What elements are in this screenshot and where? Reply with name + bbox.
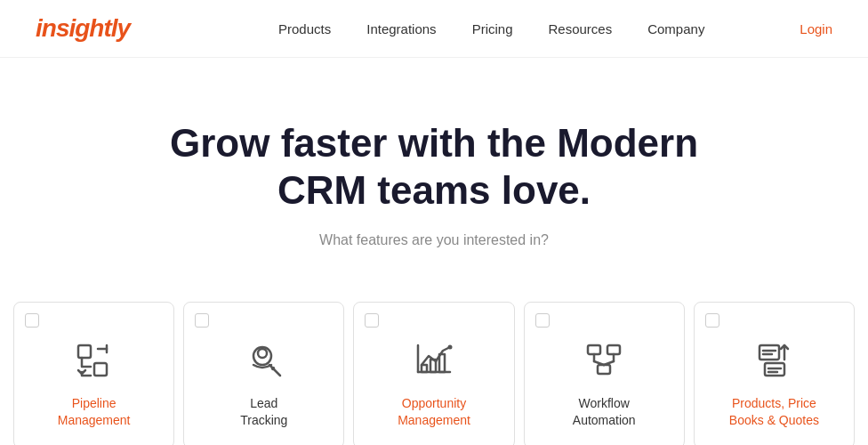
svg-rect-14	[607, 345, 620, 354]
header: insightly ProductsIntegrationsPricingRes…	[0, 0, 868, 58]
feature-card-label-products: Products, PriceBooks & Quotes	[709, 395, 840, 430]
nav-item-pricing[interactable]: Pricing	[472, 21, 513, 36]
workflow-icon	[539, 338, 670, 381]
feature-card-lead-tracking[interactable]: LeadTracking	[183, 302, 344, 445]
pipeline-icon	[28, 338, 159, 381]
card-checkbox-lead[interactable]	[195, 313, 209, 328]
card-checkbox-products[interactable]	[705, 313, 719, 328]
main-nav: ProductsIntegrationsPricingResourcesComp…	[183, 21, 800, 36]
products-icon	[709, 338, 840, 381]
feature-card-opportunity-management[interactable]: OpportunityManagement	[353, 302, 514, 445]
nav-item-integrations[interactable]: Integrations	[366, 21, 436, 36]
hero-subheading: What features are you interested in?	[18, 232, 850, 248]
svg-point-6	[272, 368, 274, 369]
svg-rect-20	[760, 345, 779, 360]
feature-card-label-pipeline: PipelineManagement	[28, 395, 159, 430]
card-checkbox-workflow[interactable]	[535, 313, 550, 328]
opportunity-icon	[368, 338, 499, 381]
svg-point-9	[448, 344, 453, 349]
card-checkbox-pipeline[interactable]	[25, 313, 39, 328]
feature-card-products-price-books[interactable]: Products, PriceBooks & Quotes	[694, 302, 855, 445]
svg-rect-10	[422, 365, 427, 372]
card-checkbox-opportunity[interactable]	[365, 313, 379, 328]
svg-rect-15	[598, 365, 610, 374]
login-button[interactable]: Login	[800, 21, 832, 36]
nav-item-resources[interactable]: Resources	[548, 21, 612, 36]
svg-rect-2	[94, 363, 107, 376]
feature-cards-container: PipelineManagement LeadTracking	[0, 284, 868, 445]
svg-point-4	[258, 349, 267, 358]
svg-rect-13	[588, 345, 600, 354]
svg-rect-12	[439, 354, 445, 372]
feature-card-workflow-automation[interactable]: WorkflowAutomation	[524, 302, 685, 445]
nav-item-company[interactable]: Company	[647, 21, 704, 36]
feature-card-label-lead: LeadTracking	[198, 395, 329, 430]
svg-rect-0	[78, 345, 91, 358]
svg-rect-11	[430, 360, 436, 372]
svg-line-5	[269, 365, 280, 376]
feature-card-label-workflow: WorkflowAutomation	[539, 395, 670, 430]
feature-card-label-opportunity: OpportunityManagement	[368, 395, 499, 430]
hero-section: Grow faster with the Modern CRM teams lo…	[0, 58, 868, 284]
logo[interactable]: insightly	[36, 14, 130, 43]
hero-heading: Grow faster with the Modern CRM teams lo…	[123, 120, 745, 214]
nav-item-products[interactable]: Products	[278, 21, 331, 36]
lead-tracking-icon	[198, 338, 329, 381]
feature-card-pipeline-management[interactable]: PipelineManagement	[13, 302, 174, 445]
